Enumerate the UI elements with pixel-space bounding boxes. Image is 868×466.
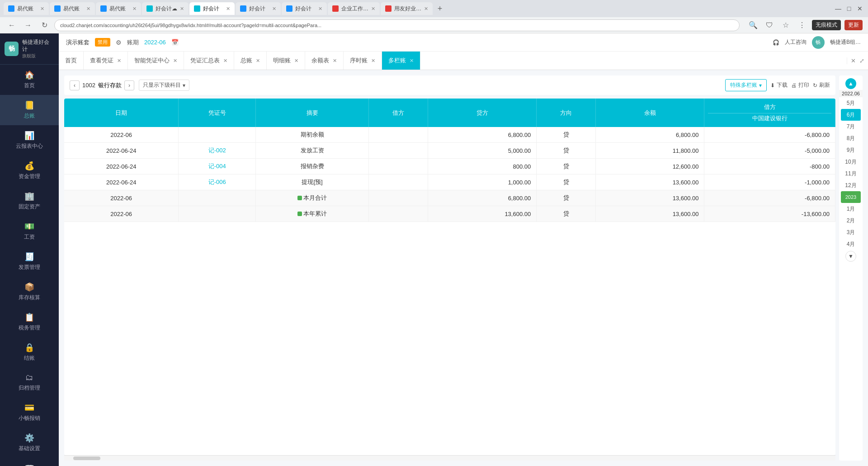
special-multicolumn-button[interactable]: 特殊多栏账 ▾	[725, 79, 767, 91]
tab-detail-close[interactable]: ✕	[294, 58, 298, 64]
tab-close-6[interactable]: ✕	[272, 6, 276, 12]
calendar-month-item[interactable]: 6月	[841, 109, 861, 121]
user-avatar[interactable]: 畅	[812, 36, 825, 49]
tab-close-1[interactable]: ✕	[40, 6, 44, 12]
prev-account-button[interactable]: ‹	[70, 80, 80, 90]
sidebar-item-guide[interactable]: 📖 新手引导	[0, 458, 59, 466]
tab-general-close[interactable]: ✕	[256, 58, 260, 64]
calendar-month-item[interactable]: 1月	[841, 203, 861, 215]
filter-dropdown[interactable]: 只显示下级科目 ▾	[139, 80, 189, 91]
forward-button[interactable]: →	[22, 19, 34, 32]
incognito-mode-button[interactable]: 无痕模式	[812, 20, 841, 30]
tab-summary[interactable]: 凭证汇总表 ✕	[184, 52, 234, 70]
tab-summary-close[interactable]: ✕	[223, 58, 227, 64]
tab-close-5[interactable]: ✕	[226, 6, 230, 12]
calendar-month-item[interactable]: 3月	[841, 226, 861, 238]
sidebar-item-assets[interactable]: 🏢 固定资产	[0, 186, 59, 216]
tab-close-9[interactable]: ✕	[424, 6, 428, 12]
tab-yonyou-9[interactable]: 用友好业… ✕	[381, 2, 433, 15]
calendar-scroll-down[interactable]: ▼	[845, 251, 856, 262]
voucher-link[interactable]: 记-004	[179, 159, 256, 174]
tab-balance[interactable]: 余额表 ✕	[305, 52, 344, 70]
minimize-button[interactable]: —	[834, 4, 843, 13]
url-input[interactable]: cloud2.chanjet.com/accounting/uh26t264j5…	[54, 19, 740, 31]
star-icon[interactable]: ☆	[779, 19, 792, 32]
calendar-month-item[interactable]: 12月	[841, 179, 861, 191]
extensions-icon[interactable]: ⋮	[796, 19, 808, 32]
calendar-month-item[interactable]: 7月	[841, 121, 861, 132]
months-2022-container: 5月6月7月8月9月10月11月12月	[841, 97, 861, 191]
tab-close-3[interactable]: ✕	[132, 6, 137, 12]
sidebar-item-expense[interactable]: 💳 小畅报销	[0, 397, 59, 428]
expand-icon[interactable]: ⤢	[859, 57, 864, 64]
sidebar-item-finance[interactable]: 💰 资金管理	[0, 155, 59, 186]
calendar-icon[interactable]: 📅	[171, 39, 179, 46]
scrollbar-thumb[interactable]	[73, 457, 100, 460]
tab-haokuaiji-4[interactable]: 好会计☁ ✕	[142, 2, 189, 15]
new-tab-button[interactable]: +	[434, 2, 446, 15]
calendar-month-item[interactable]: 2月	[841, 215, 861, 226]
tab-haokuaiji-7[interactable]: 好会计 ✕	[282, 2, 327, 15]
sidebar-item-home[interactable]: 🏠 首页	[0, 65, 59, 95]
calendar-month-item[interactable]: 11月	[841, 168, 861, 179]
direction-cell: 贷	[537, 174, 596, 190]
sidebar-item-report[interactable]: 📊 云报表中心	[0, 125, 59, 155]
voucher-link[interactable]: 记-006	[179, 174, 256, 190]
tab-yidaizhang-2[interactable]: 易代账 ✕	[50, 2, 95, 15]
tab-haokuaiji-5[interactable]: 好会计 ✕	[189, 2, 235, 15]
tab-sequence[interactable]: 序时账 ✕	[344, 52, 382, 70]
total-badge: 本年累计	[297, 210, 327, 218]
tab-enterprise-8[interactable]: 企业工作… ✕	[328, 2, 380, 15]
horizontal-scrollbar[interactable]	[64, 455, 835, 461]
search-icon[interactable]: 🔍	[747, 19, 760, 32]
calendar-month-item[interactable]: 5月	[841, 97, 861, 109]
tab-general[interactable]: 总账 ✕	[234, 52, 267, 70]
calendar-scroll-up[interactable]: ▲	[845, 78, 856, 89]
calendar-month-item[interactable]: 9月	[841, 144, 861, 156]
report-icon: 📊	[24, 131, 34, 141]
tab-vouchers[interactable]: 查看凭证 ✕	[84, 52, 128, 70]
tab-home[interactable]: 首页	[59, 52, 84, 70]
topbar-settings-icon[interactable]: ⚙	[116, 39, 122, 46]
sidebar-item-settings[interactable]: ⚙️ 基础设置	[0, 428, 59, 458]
tab-haokuaiji-6[interactable]: 好会计 ✕	[236, 2, 281, 15]
calendar-month-item[interactable]: 8月	[841, 132, 861, 144]
maximize-button[interactable]: □	[844, 4, 854, 13]
consult-label[interactable]: 人工咨询	[785, 38, 807, 46]
tab-sequence-close[interactable]: ✕	[371, 58, 375, 64]
next-account-button[interactable]: ›	[124, 80, 134, 90]
sidebar-item-closing[interactable]: 🔒 结账	[0, 337, 59, 367]
print-button[interactable]: 🖨 打印	[791, 81, 809, 89]
tab-close-7[interactable]: ✕	[318, 6, 322, 12]
voucher-link[interactable]: 记-002	[179, 143, 256, 159]
tab-smart[interactable]: 智能凭证中心 ✕	[128, 52, 184, 70]
tab-vouchers-close[interactable]: ✕	[117, 58, 121, 64]
reload-button[interactable]: ↻	[38, 19, 51, 32]
shield-icon[interactable]: 🛡	[763, 19, 776, 32]
tab-yidaizhang-1[interactable]: 易代账 ✕	[4, 2, 49, 15]
tab-detail[interactable]: 明细账 ✕	[267, 52, 305, 70]
tab-close-4[interactable]: ✕	[180, 6, 184, 12]
tab-multi-close[interactable]: ✕	[410, 58, 414, 64]
tab-multi[interactable]: 多栏账 ✕	[382, 52, 420, 70]
back-button[interactable]: ←	[5, 19, 18, 32]
collapse-icon[interactable]: ✕	[851, 57, 856, 64]
tab-close-8[interactable]: ✕	[371, 6, 375, 12]
sidebar-item-archive[interactable]: 🗂 归档管理	[0, 367, 59, 397]
tab-close-2[interactable]: ✕	[86, 6, 90, 12]
close-button[interactable]: ✕	[855, 4, 864, 13]
sidebar-item-salary[interactable]: 💵 工资	[0, 216, 59, 246]
sidebar-item-ledger[interactable]: 📒 总账	[0, 95, 59, 125]
tab-balance-close[interactable]: ✕	[333, 58, 337, 64]
refresh-button[interactable]: ↻ 刷新	[813, 81, 830, 89]
calendar-month-item[interactable]: 10月	[841, 156, 861, 168]
col-debit: 借方	[368, 99, 428, 127]
sidebar-item-invoice[interactable]: 🧾 发票管理	[0, 246, 59, 277]
sidebar-item-inventory[interactable]: 📦 库存核算	[0, 277, 59, 307]
tab-smart-close[interactable]: ✕	[173, 58, 177, 64]
sidebar-item-tax[interactable]: 📋 税务管理	[0, 307, 59, 337]
update-button[interactable]: 更新	[844, 20, 863, 30]
tab-yidaizhang-3[interactable]: 易代账 ✕	[96, 2, 141, 15]
calendar-month-item[interactable]: 4月	[841, 238, 861, 250]
download-button[interactable]: ⬇ 下载	[770, 81, 788, 89]
